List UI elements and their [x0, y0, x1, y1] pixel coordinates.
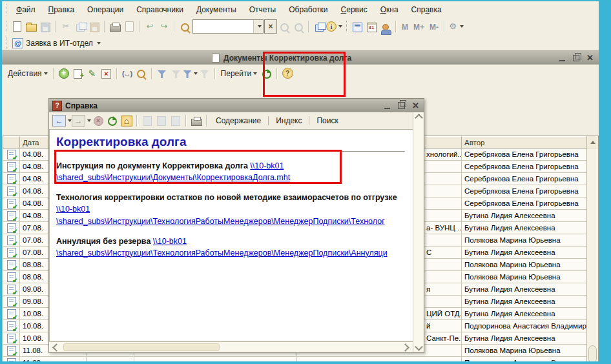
close-icon[interactable]: ✕ — [585, 54, 595, 62]
paste-button[interactable] — [87, 19, 101, 34]
search-dropdown-button[interactable] — [253, 20, 263, 33]
document-posted-icon — [7, 309, 16, 319]
clear-search-button[interactable]: × — [264, 19, 277, 34]
it-request-button[interactable]: @ Заявка в ИТ-отдел — [10, 37, 103, 50]
table-row[interactable]: 11.08.техническ...Подпоринова Анастасия … — [3, 357, 598, 361]
home-button[interactable]: ⌂ — [119, 114, 134, 128]
help-entry-link-server[interactable]: \\10-bk01 — [250, 161, 284, 170]
set-interval-button[interactable]: (↔) — [120, 66, 134, 81]
new-document-button[interactable] — [10, 19, 24, 34]
menu-item[interactable]: Отчеты — [243, 3, 282, 16]
copy-window-button[interactable] — [312, 19, 326, 34]
settings-button[interactable]: ⚙ — [448, 19, 464, 34]
clear-filter-button[interactable] — [198, 66, 212, 81]
print-button[interactable] — [189, 114, 203, 128]
close-icon[interactable]: ✕ — [411, 101, 420, 110]
print-preview-button[interactable] — [122, 19, 136, 34]
help-entry-link-path[interactable]: \shared_subs\Инструкции\ТехнологияРаботы… — [56, 248, 388, 258]
menu-item[interactable]: Справка — [405, 3, 448, 16]
help-window-titlebar[interactable]: ? Справка ✕ — [49, 99, 424, 112]
chevron-down-icon[interactable] — [415, 343, 423, 351]
search-input[interactable] — [192, 19, 264, 34]
scrollbar-thumb[interactable] — [588, 345, 597, 361]
forward-button[interactable]: → — [72, 114, 91, 128]
add-button[interactable]: + — [57, 66, 71, 81]
column-header-5[interactable]: Автор — [462, 136, 587, 148]
page-up-icon — [157, 116, 166, 126]
chevron-up-icon[interactable] — [415, 114, 423, 122]
print-button[interactable] — [108, 19, 122, 34]
help-entry-link-path[interactable]: \shared_subs\Инструкции\Документы\Коррек… — [56, 173, 290, 182]
search-page-button[interactable] — [140, 114, 154, 128]
toolbar-grip[interactable] — [6, 21, 7, 32]
find-next-button[interactable] — [277, 19, 291, 34]
chevron-left-icon[interactable] — [52, 343, 61, 352]
minimize-icon[interactable] — [384, 103, 390, 109]
toolbar-grip[interactable] — [6, 4, 7, 15]
menu-item[interactable]: Файл — [10, 3, 42, 16]
menu-item[interactable]: Справочники — [130, 3, 190, 16]
search-button[interactable] — [178, 19, 192, 34]
minimize-icon[interactable] — [559, 55, 565, 61]
refresh-button[interactable] — [260, 66, 274, 81]
document-posted-icon — [7, 199, 16, 208]
menu-item[interactable]: Документы — [190, 3, 243, 16]
table-vertical-scrollbar[interactable] — [586, 136, 598, 361]
add-copy-button[interactable] — [71, 66, 85, 81]
memory-button-m[interactable]: M — [399, 23, 411, 32]
menu-item[interactable]: Правка — [42, 3, 81, 16]
undo-button[interactable]: ↩ — [143, 19, 157, 34]
chevron-down-icon — [44, 72, 48, 75]
memory-button-m+[interactable]: M+ — [411, 23, 427, 32]
refresh-button[interactable] — [105, 114, 119, 128]
scroll-up-button[interactable] — [587, 136, 598, 148]
goto-menu-button[interactable]: Перейти — [218, 68, 260, 79]
cell-date: 11.08. — [20, 357, 87, 361]
help-button[interactable]: ? — [280, 66, 295, 81]
help-entry-link-path[interactable]: \shared_subs\Инструкции\ТехнологияРаботы… — [56, 217, 385, 226]
help-entry: Технология корректировки остатков по нов… — [56, 192, 405, 227]
edit-button[interactable]: ✎ — [85, 66, 99, 81]
cell-author: Бутина Лидия Алексеевна — [462, 222, 587, 234]
page-up-button[interactable] — [154, 114, 169, 128]
calculator-button[interactable] — [350, 19, 364, 34]
help-horizontal-scrollbar[interactable] — [49, 341, 413, 352]
redo-button[interactable]: ↪ — [157, 19, 171, 34]
chevron-right-icon[interactable] — [401, 343, 409, 352]
menu-item[interactable]: Обработки — [282, 3, 334, 16]
help-vertical-scrollbar[interactable] — [413, 112, 424, 352]
find-previous-button[interactable] — [291, 19, 306, 34]
delete-button[interactable]: × — [99, 66, 114, 81]
user-permissions-button[interactable] — [378, 19, 393, 34]
toolbar-grip[interactable] — [346, 21, 347, 32]
index-tab[interactable]: Индекс — [270, 115, 307, 126]
actions-menu-button[interactable]: Действия — [5, 68, 50, 79]
maximize-icon[interactable] — [398, 102, 405, 109]
stop-button[interactable]: × — [91, 114, 105, 128]
menu-item[interactable]: Сервис — [335, 3, 374, 16]
filter-by-value-button[interactable] — [183, 66, 198, 81]
scrollbar-thumb[interactable] — [63, 343, 220, 351]
calendar-button[interactable]: 31 — [364, 19, 378, 34]
back-button[interactable]: ← — [52, 114, 72, 128]
filter-button[interactable] — [169, 66, 183, 81]
search-tab[interactable]: Поиск — [311, 115, 344, 126]
document-window-titlebar[interactable]: Документы Корректировка долга ✕ — [2, 51, 599, 65]
cut-button[interactable]: ✂ — [59, 19, 73, 34]
help-entry-link-server[interactable]: \\10-bk01 — [153, 237, 187, 246]
copy-button[interactable] — [73, 19, 87, 34]
menu-item[interactable]: Операции — [81, 3, 130, 16]
open-button[interactable] — [24, 19, 38, 34]
info-button[interactable]: i — [326, 19, 342, 34]
column-header-icon[interactable] — [3, 136, 20, 148]
page-down-button[interactable] — [169, 114, 183, 128]
menu-item[interactable]: Окна — [374, 3, 405, 16]
filter-settings-button[interactable] — [155, 66, 169, 81]
find-by-number-button[interactable] — [134, 66, 149, 81]
toolbar-grip[interactable] — [6, 37, 7, 49]
help-entry-link-server[interactable]: \\10-bk01 — [56, 205, 90, 214]
restore-icon[interactable] — [573, 55, 579, 61]
contents-tab[interactable]: Содержание — [210, 115, 267, 126]
save-button[interactable] — [38, 19, 52, 34]
memory-button-m-[interactable]: M- — [427, 23, 441, 32]
